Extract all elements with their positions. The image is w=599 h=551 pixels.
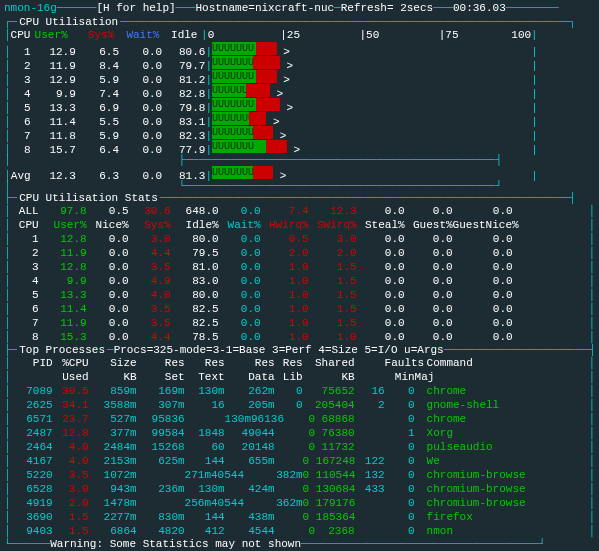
cpu-util-mid-divider: │├──────────────────────────────────────… (4, 154, 595, 166)
proc-row: │657123.7527m95836130m961360 688680chrom… (4, 412, 595, 426)
proc-row: │49192.01478m256m40544362m0 1791760chrom… (4, 496, 595, 510)
cpu-stats-row: │211.90.04.479.50.02.02.00.00.00.0│ (4, 246, 595, 260)
cpu-row: │5 13.3 6.9 0.0 79.8|UUUUUUU >| (4, 98, 595, 112)
cpu-stats-headers: │CPUUser%Nice%Sys%Idle%Wait%HWirq%SWirq%… (4, 218, 595, 232)
proc-row: │41674.02153m625m144655m0 1672481220We│ (4, 454, 595, 468)
cpu-util-bottom: │└──────────────────────────────────────… (4, 180, 595, 192)
cpu-row: │Avg 12.3 6.3 0.0 81.3|UUUUUUU >| (4, 166, 595, 180)
cpu-row: │6 11.4 5.5 0.0 83.1|UUUUUUU >| (4, 112, 595, 126)
cpu-stats-row: │112.80.03.080.00.00.53.00.00.00.0│ (4, 232, 595, 246)
cpu-util-headers: │CPU User% Sys% Wait% Idle|0 |25 |50 |75… (4, 28, 595, 42)
cpu-row: │2 11.9 8.4 0.0 79.7|UUUUUUU >| (4, 56, 595, 70)
cpu-stats-row: │815.30.04.478.50.01.01.00.00.00.0│ (4, 330, 595, 344)
proc-row: │36901.52277m830m144438m0 1853640firefox… (4, 510, 595, 524)
cpu-stats-row: │49.90.04.983.00.01.01.50.00.00.0│ (4, 274, 595, 288)
proc-row: │24644.02484m1526860201480 117320pulseau… (4, 440, 595, 454)
cpu-row: │8 15.7 6.4 0.0 77.9|UUUUUUU >| (4, 140, 595, 154)
proc-row: │65283.0943m236m130m424m0 1306844330chro… (4, 482, 595, 496)
proc-row: │52203.51072m271m40544382m0 1105441320ch… (4, 468, 595, 482)
proc-row: │708930.5859m169m130m262m075652160chrome… (4, 384, 595, 398)
cpu-stats-row: │513.30.04.080.00.01.01.50.00.00.0│ (4, 288, 595, 302)
proc-headers-2: │UsedKBSetTextDataLibKBMinMaj│ (4, 370, 595, 384)
proc-row: │262534.13588m307m16205m020540420gnome-s… (4, 398, 595, 412)
cpu-row: │4 9.9 7.4 0.0 82.8|UUUUUUU >| (4, 84, 595, 98)
cpu-stats-row: │611.40.03.582.50.01.01.50.00.00.0│ (4, 302, 595, 316)
cpu-row: │1 12.9 6.5 0.0 80.6|UUUUUUU >| (4, 42, 595, 56)
proc-row: │94031.56864482041245440 23680nmon│ (4, 524, 595, 538)
cpu-stats-title-line: ├─CPU Utilisation Stats─────────────────… (4, 192, 595, 204)
cpu-row: │3 12.9 5.9 0.0 81.2|UUUUUUU >| (4, 70, 595, 84)
top-procs-title-line: ├─Top Processes─Procs=325-mode=3-1=Base … (4, 344, 595, 356)
proc-headers-1: │PID%CPUSizeResResResResSharedFaultsComm… (4, 356, 595, 370)
cpu-util-title-line: ┌─CPU Utilisation───────────────────────… (4, 16, 595, 28)
proc-row: │248712.8377m995841848490440 763801Xorg│ (4, 426, 595, 440)
header-line: nmon-16g──────[H for help]───Hostname=ni… (4, 2, 595, 14)
cpu-row: │7 11.8 5.9 0.0 82.3|UUUUUUU >| (4, 126, 595, 140)
cpu-stats-row: │312.80.03.581.00.01.01.50.00.00.0│ (4, 260, 595, 274)
cpu-stats-all-row: │ALL97.80.530.6648.00.07.412.30.00.00.0│ (4, 204, 595, 218)
top-procs-warning-line: └──────Warning: Some Statistics may not … (4, 538, 595, 550)
cpu-stats-row: │711.90.03.582.50.01.01.50.00.00.0│ (4, 316, 595, 330)
